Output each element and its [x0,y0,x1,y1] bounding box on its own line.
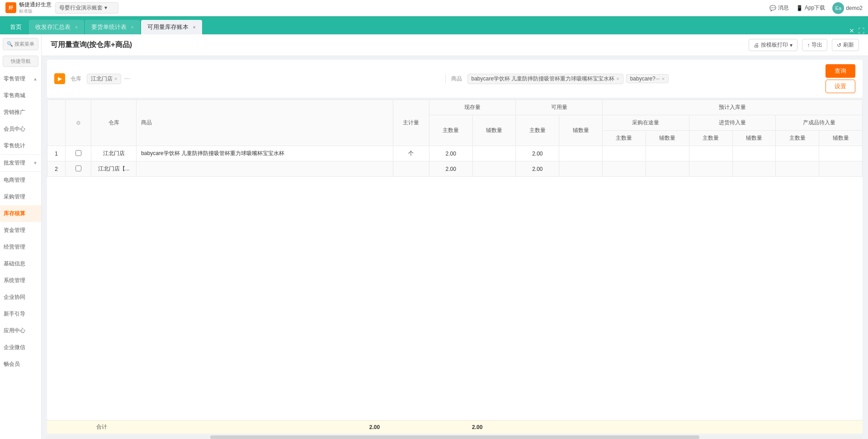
cell-unit [393,161,429,177]
cell-purchase-main [603,161,646,177]
th-stock-main: 主数量 [429,115,472,146]
industry-label: 母婴行业演示账套 [59,4,103,12]
product-tag-2-close[interactable]: × [662,76,665,81]
sidebar-item-member-pro[interactable]: 畅会员 [0,356,41,373]
th-available-main: 主数量 [516,115,559,146]
th-purchase-main: 主数量 [603,131,646,146]
quick-nav-button[interactable]: 快捷导航 [3,56,38,67]
sidebar-item-inventory[interactable]: 库存核算 [0,205,41,222]
sidebar-item-collaboration[interactable]: 企业协同 [0,289,41,306]
sidebar-item-finance[interactable]: 资金管理 [0,222,41,239]
footer-stock-aux [400,420,452,434]
footer-seq-cell [47,420,73,434]
product-tag-1-close[interactable]: × [616,76,619,81]
footer-table: 合计 2.00 2.00 [47,420,863,434]
row-checkbox[interactable] [75,150,81,156]
export-button[interactable]: ↑ 导出 [802,39,827,51]
industry-selector[interactable]: 母婴行业演示账套 ▾ [55,2,118,14]
sidebar-item-wechat-work[interactable]: 企业微信 [0,339,41,356]
sidebar-item-retail-management[interactable]: 零售管理 ▲ [0,71,41,87]
footer-production-aux [811,420,863,434]
filter-buttons: 查询 设置 [826,64,855,93]
warehouse-tag[interactable]: 江北门店 × [87,74,121,84]
logo-area: 好 畅捷通好生意 标准版 [5,1,52,14]
warehouse-more-icon[interactable]: ··· [124,75,130,83]
sidebar-item-member[interactable]: 会员中心 [0,121,41,137]
export-icon: ↑ [807,42,810,48]
setting-button[interactable]: 设置 [826,80,855,93]
sidebar-item-basics[interactable]: 基础信息 [0,255,41,272]
tab-available-stock[interactable]: 可用量库存账本 × [141,20,202,34]
sidebar-item-system[interactable]: 系统管理 [0,272,41,289]
sidebar-item-retail-mall[interactable]: 零售商城 [0,87,41,104]
cell-seq: 2 [47,161,66,177]
chevron-up-icon: ▲ [33,76,38,81]
scrollbar-thumb[interactable] [210,435,699,439]
cell-unit: 个 [393,146,429,161]
search-menu-button[interactable]: 🔍 搜索菜单 [3,38,38,50]
fullscreen-icon[interactable]: ⛶ [858,27,864,34]
footer-available-main: 2.00 [452,420,503,434]
cell-purchase-aux [646,146,689,161]
tab-receive-label: 收发存汇总表 [35,23,71,31]
user-menu[interactable]: Ea demo2 [832,2,863,14]
sidebar-item-wholesale[interactable]: 批发管理 ▼ [0,155,41,171]
refresh-button[interactable]: ↺ 刷新 [832,39,859,51]
cell-incoming-main [689,146,732,161]
cell-production-main [776,161,819,177]
logo-icon: 好 [5,2,16,13]
message-button[interactable]: 💬 消息 [769,4,789,12]
sidebar-item-operations[interactable]: 经营管理 [0,239,41,255]
sidebar-item-newbie[interactable]: 新手引导 [0,306,41,322]
gear-icon[interactable]: ⚙ [76,120,81,126]
tab-order-stats[interactable]: 要货单统计表 × [85,20,140,34]
cell-purchase-aux [646,161,689,177]
app-download-label: App下载 [805,4,825,12]
page-title: 可用量查询(按仓库+商品) [51,40,132,50]
footer-available-aux [503,420,554,434]
cell-stock-aux [472,146,516,161]
th-incoming-main: 主数量 [689,131,732,146]
tab-order-close[interactable]: × [131,25,134,30]
cell-checkbox[interactable] [66,146,91,161]
filter-toggle-button[interactable]: ▶ [54,73,65,84]
close-all-icon[interactable]: ✕ [849,27,854,34]
tab-receive-summary[interactable]: 收发存汇总表 × [29,20,84,34]
cell-checkbox[interactable] [66,161,91,177]
footer-gear-cell [73,420,92,434]
filter-bar: ▶ 仓库 江北门店 × ··· 商品 babycare学饮杯 儿童防摔防撞吸管杯… [47,60,863,98]
th-product: 商品 [137,100,393,146]
tab-receive-close[interactable]: × [75,25,78,30]
sidebar-item-marketing[interactable]: 营销推广 [0,104,41,121]
row-checkbox[interactable] [75,165,81,171]
template-print-button[interactable]: 🖨 按模板打印 ▾ [749,39,797,51]
cell-available-aux [559,146,603,161]
product-tag-2[interactable]: babycare?··· × [626,74,669,83]
warehouse-filter-tags: 江北门店 × ··· [87,74,440,84]
app-download-button[interactable]: 📱 App下载 [796,4,825,12]
cell-stock-aux [472,161,516,177]
sidebar-item-purchase[interactable]: 采购管理 [0,189,41,205]
sidebar-item-app-center[interactable]: 应用中心 [0,322,41,339]
cell-incoming-aux [732,146,776,161]
cell-incoming-aux [732,161,776,177]
tab-home[interactable]: 首页 [4,20,28,34]
top-bar-left: 好 畅捷通好生意 标准版 母婴行业演示账套 ▾ [5,1,118,14]
product-tag-1[interactable]: babycare学饮杯 儿童防摔防撞吸管杯重力球吸嘴杯宝宝水杯 × [467,74,623,84]
horizontal-scrollbar[interactable] [47,435,863,439]
sidebar-item-ecommerce[interactable]: 电商管理 [0,172,41,189]
cell-warehouse: 江北门店【... [91,161,137,177]
th-gear[interactable]: ⚙ [66,100,91,146]
content-area: 可用量查询(按仓库+商品) 🖨 按模板打印 ▾ ↑ 导出 ↺ 刷新 [42,34,868,439]
tab-available-close[interactable]: × [193,25,196,30]
sidebar-item-retail-stats[interactable]: 零售统计 [0,137,41,154]
query-button[interactable]: 查询 [826,64,855,78]
warehouse-tag-close[interactable]: × [114,76,117,81]
home-tab-label: 首页 [10,23,22,31]
th-production-group: 产成品待入量 [776,115,863,131]
nav-tabs-right: ✕ ⛶ [849,27,868,34]
cell-seq: 1 [47,146,66,161]
filter-divider [445,74,446,83]
th-incoming-group: 进货待入量 [689,115,776,131]
cell-available-main: 2.00 [516,146,559,161]
